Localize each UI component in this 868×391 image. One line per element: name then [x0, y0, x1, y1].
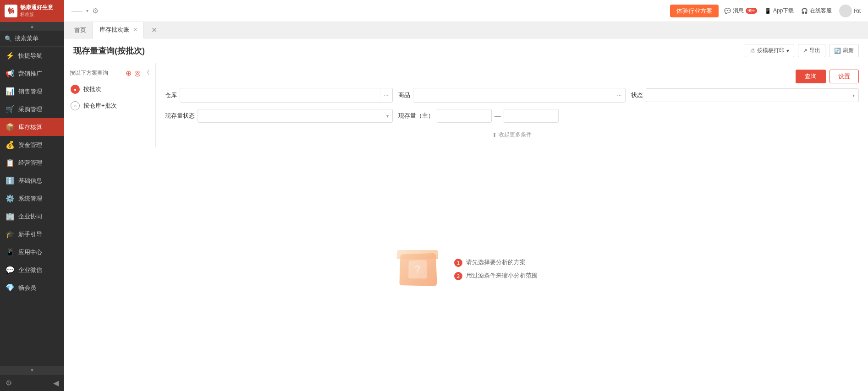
- sidebar-item-inventory[interactable]: 📦 库存核算: [0, 118, 64, 136]
- tab-close-main-icon[interactable]: ✕: [148, 24, 161, 36]
- scheme-outline-icon: ○: [71, 101, 80, 110]
- empty-box-icon: ?: [406, 257, 429, 281]
- newbie-icon: 🎓: [5, 230, 15, 239]
- online-service-item[interactable]: 🎧 在线客服: [801, 7, 832, 15]
- inventory-qty-min-input[interactable]: [437, 109, 492, 123]
- refresh-button[interactable]: 🔄 刷新: [829, 44, 859, 57]
- topbar-dropdown-arrow[interactable]: ▾: [86, 8, 88, 13]
- scheme-item-by-batch[interactable]: ● 按批次: [64, 81, 155, 98]
- sidebar-item-vip[interactable]: 💎 畅会员: [0, 279, 64, 297]
- collapse-up-icon: ⬆: [492, 132, 497, 138]
- sidebar-item-newbie[interactable]: 🎓 新手引导: [0, 225, 64, 243]
- topbar-right: 💬 消息 99+ 📱 App下载 🎧 在线客服 Rit: [724, 5, 861, 17]
- sidebar-item-label: 经营管理: [18, 159, 42, 167]
- messages-item[interactable]: 💬 消息 99+: [724, 7, 757, 15]
- inventory-status-label: 现存量状态: [165, 112, 195, 120]
- sidebar-item-sales[interactable]: 📊 销售管理: [0, 82, 64, 100]
- print-icon: 🖨: [750, 48, 755, 54]
- collapse-more-row[interactable]: ⬆ 收起更多条件: [165, 129, 859, 141]
- warehouse-input-wrapper: ···: [180, 88, 393, 103]
- system-icon: ⚙️: [5, 194, 15, 203]
- sidebar-item-purchase[interactable]: 🛒 采购管理: [0, 100, 64, 118]
- empty-state: ? 1 请先选择要分析的方案 2 用过滤条件来缩小分析范围: [64, 147, 868, 391]
- sidebar-item-label: 新手引导: [18, 230, 42, 239]
- sidebar-item-label: 企业协同: [18, 212, 42, 221]
- inventory-qty-max-input[interactable]: [504, 109, 559, 123]
- sidebar-item-basic-info[interactable]: ℹ️ 基础信息: [0, 172, 64, 190]
- settings-button[interactable]: 设置: [830, 70, 859, 83]
- tab-inventory-batch[interactable]: 库存批次账 ×: [93, 22, 144, 38]
- filter-row-1: 仓库 ··· 商品 ··· 状态: [165, 88, 859, 103]
- avatar: [839, 5, 852, 17]
- collapse-sidebar-icon[interactable]: ◀: [53, 379, 59, 387]
- sidebar-item-label: 畅会员: [18, 284, 36, 292]
- filter-item-inventory-qty: 现存量（主） —: [398, 109, 626, 123]
- export-button[interactable]: ↗ 导出: [798, 44, 825, 57]
- sidebar-item-enterprise[interactable]: 🏢 企业协同: [0, 207, 64, 225]
- sidebar-company-name: 畅康通好生意: [20, 4, 53, 11]
- page-header: 现存量查询(按批次) 🖨 按模板打印 ▾ ↗ 导出 🔄 刷新: [64, 38, 868, 63]
- empty-step-1: 1 请先选择要分析的方案: [454, 258, 538, 267]
- basic-info-icon: ℹ️: [5, 176, 15, 185]
- sidebar-item-label: 基础信息: [18, 177, 42, 185]
- sidebar-item-app-center[interactable]: 📱 应用中心: [0, 243, 64, 261]
- sidebar-footer: ⚙ ◀: [0, 375, 64, 391]
- refresh-label: 刷新: [843, 47, 854, 54]
- print-button[interactable]: 🖨 按模板打印 ▾: [745, 44, 794, 57]
- topbar: —— ▾ ⚙ 体验行业方案 💬 消息 99+ 📱 App下载 🎧 在线客服 Ri…: [64, 0, 868, 22]
- trial-industry-button[interactable]: 体验行业方案: [670, 5, 719, 17]
- sidebar-item-quick-nav[interactable]: ⚡ 快捷导航: [0, 47, 64, 65]
- inventory-status-select[interactable]: ▾: [198, 109, 393, 123]
- sidebar-item-label: 库存核算: [18, 123, 42, 131]
- sidebar-logo-icon: 畅: [5, 5, 17, 17]
- step-1-num: 1: [454, 259, 462, 267]
- sidebar-nav: ⚡ 快捷导航 📢 营销推广 📊 销售管理 🛒 采购管理 📦 库存核算 💰 资金管…: [0, 47, 64, 366]
- product-label: 商品: [398, 91, 410, 99]
- tab-home[interactable]: 首页: [68, 22, 93, 38]
- filter-collapse-icon[interactable]: 《: [143, 69, 150, 77]
- step-2-num: 2: [454, 272, 462, 280]
- sidebar-scroll-up[interactable]: ▲: [0, 22, 64, 31]
- filter-sidebar-title-text: 按以下方案查询: [70, 69, 108, 77]
- filter-sidebar-title-row: 按以下方案查询 ⊕ ◎ 《: [64, 69, 155, 81]
- enterprise-wechat-icon: 💬: [5, 266, 15, 274]
- status-select[interactable]: ▾: [646, 88, 859, 102]
- warehouse-input[interactable]: [180, 88, 380, 102]
- print-dropdown-icon[interactable]: ▾: [786, 48, 789, 54]
- tab-close-icon[interactable]: ×: [134, 27, 137, 33]
- settings-footer-icon[interactable]: ⚙: [5, 379, 12, 387]
- topbar-path: ——: [71, 8, 82, 14]
- sidebar-item-label: 应用中心: [18, 248, 42, 256]
- page-header-actions: 🖨 按模板打印 ▾ ↗ 导出 🔄 刷新: [745, 44, 859, 57]
- filter-item-inventory-status: 现存量状态 ▾: [165, 109, 393, 123]
- sidebar-item-enterprise-wechat[interactable]: 💬 企业微信: [0, 261, 64, 279]
- inventory-status-arrow: ▾: [386, 114, 389, 119]
- warehouse-more-btn[interactable]: ···: [380, 88, 392, 102]
- sidebar-item-marketing[interactable]: 📢 营销推广: [0, 65, 64, 82]
- topbar-gear-icon[interactable]: ⚙: [92, 6, 99, 15]
- filter-settings-icon[interactable]: ◎: [134, 69, 141, 77]
- user-profile-item[interactable]: Rit: [839, 5, 861, 17]
- query-button[interactable]: 查询: [796, 70, 826, 83]
- print-label: 按模板打印: [757, 47, 785, 54]
- filter-row-2: 现存量状态 ▾ 现存量（主） —: [165, 109, 859, 123]
- empty-box: ?: [399, 253, 437, 286]
- filter-actions-row: 查询 设置: [165, 70, 859, 83]
- sidebar-search-item[interactable]: 🔍 搜索菜单: [0, 31, 64, 47]
- tab-inventory-batch-label: 库存批次账: [99, 26, 129, 34]
- app-download-item[interactable]: 📱 App下载: [764, 7, 794, 15]
- search-menu-label: 搜索菜单: [15, 34, 38, 43]
- operations-icon: 📋: [5, 158, 15, 167]
- sidebar-item-system[interactable]: ⚙️ 系统管理: [0, 190, 64, 207]
- filter-item-product: 商品 ···: [398, 88, 626, 103]
- sidebar-item-operations[interactable]: 📋 经营管理: [0, 154, 64, 172]
- sidebar-item-finance[interactable]: 💰 资金管理: [0, 136, 64, 154]
- sidebar-scroll-down[interactable]: ▼: [0, 366, 64, 375]
- sidebar-item-label: 营销推广: [18, 70, 42, 78]
- tabbar: 首页 库存批次账 × ✕: [64, 22, 868, 38]
- product-input[interactable]: [413, 88, 613, 102]
- product-more-btn[interactable]: ···: [613, 88, 625, 102]
- inventory-qty-label: 现存量（主）: [398, 112, 434, 120]
- scheme-item-by-warehouse-batch[interactable]: ○ 按仓库+批次: [64, 98, 155, 114]
- filter-add-icon[interactable]: ⊕: [126, 69, 132, 77]
